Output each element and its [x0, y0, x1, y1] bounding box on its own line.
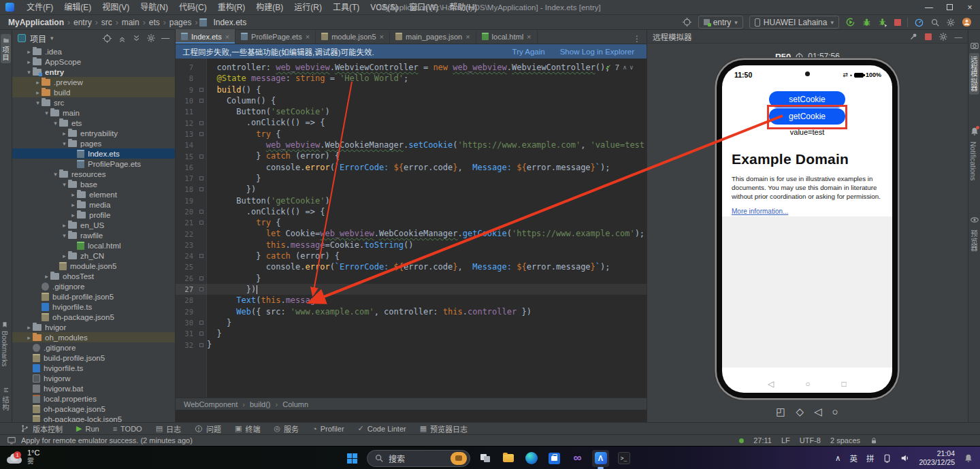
tree-item[interactable]: build-profile.json5 [12, 353, 175, 363]
toolwindow-terminal[interactable]: ▣终端 [235, 423, 260, 434]
toolwindow-lint[interactable]: ✓Code Linter [358, 424, 406, 433]
project-panel-title[interactable]: 项目 [30, 33, 46, 44]
breadcrumb-file[interactable]: Index.ets [199, 18, 246, 27]
notification-center-icon[interactable] [964, 453, 973, 463]
fold-marker-icon[interactable] [199, 331, 203, 336]
toolwindow-log[interactable]: ▤日志 [156, 423, 181, 434]
t-arrow-icon[interactable]: ▸ [69, 201, 77, 208]
tree-item[interactable]: local.properties [12, 393, 175, 404]
tree-item[interactable]: ▸element [12, 189, 175, 199]
fold-marker-icon[interactable] [199, 210, 203, 214]
breadcrumb-item[interactable]: MyApplication [7, 18, 65, 27]
event-log-icon[interactable] [7, 436, 16, 445]
t-arrow-icon[interactable]: ▸ [25, 334, 33, 341]
tree-item[interactable]: oh-package-lock.json5 [12, 414, 175, 422]
t-arrow-icon[interactable]: ▸ [69, 212, 77, 219]
ime-language[interactable]: 英 [849, 453, 858, 464]
tree-item[interactable]: ▸entryability [12, 128, 175, 138]
edge-button[interactable] [523, 450, 540, 467]
t-arrow-icon[interactable]: ▾ [43, 110, 50, 116]
code-line[interactable]: 8 @State message: string = 'Hello World'… [176, 73, 647, 84]
tree-item[interactable]: ▸en_US [12, 220, 175, 230]
tree-item[interactable]: hvigorw.bat [12, 383, 175, 393]
sidebar-tab-structure[interactable]: 结构 [1, 384, 11, 413]
tab-close-icon[interactable]: × [380, 33, 384, 41]
code-line[interactable]: 30 } [176, 317, 647, 328]
fold-marker-icon[interactable] [199, 99, 203, 103]
menu-item[interactable]: 文件(F) [21, 0, 59, 15]
deveco-studio-button[interactable]: Λ [592, 450, 609, 467]
toolwindow-problem[interactable]: 问题 [195, 423, 221, 434]
tree-item[interactable]: ▸hvigor [12, 322, 175, 332]
sidebar-tab-remote-emulator[interactable]: 远程模拟器 [969, 53, 979, 95]
t-arrow-icon[interactable]: ▾ [61, 232, 68, 239]
menu-item[interactable]: 编辑(E) [59, 0, 97, 15]
code-line[interactable]: 24 } catch (error) { [176, 250, 647, 261]
toolwindow-profiler[interactable]: ◔Profiler [312, 425, 344, 433]
t-arrow-icon[interactable]: ▸ [34, 89, 42, 96]
tree-item[interactable]: .gitignore [12, 342, 175, 353]
toolwindow-branch[interactable]: 版本控制 [20, 423, 63, 434]
code-line[interactable]: 25 console.error(`ErrorCode: ${error.cod… [176, 261, 647, 272]
caret-position[interactable]: 27:11 [753, 436, 772, 444]
device-selector[interactable]: HUAWEI Lahaina▾ [749, 16, 839, 29]
tray-expand-chevron[interactable]: ∧ [835, 453, 840, 463]
tree-item[interactable]: ▾base [12, 179, 175, 189]
code-line[interactable]: 10 Column() { [176, 95, 647, 106]
menu-item[interactable]: 视图(V) [97, 0, 135, 15]
minimize-button[interactable]: — [919, 0, 939, 14]
web-page-link[interactable]: More information... [732, 208, 883, 215]
debug-button[interactable] [862, 17, 872, 27]
stop-button[interactable] [894, 19, 901, 26]
menu-item[interactable]: 导航(N) [135, 0, 174, 15]
breadcrumb-item[interactable]: ets [148, 18, 161, 27]
toolwindow-prevlog[interactable]: ▦预览器日志 [420, 423, 468, 434]
tray-clock[interactable]: 21:04 2023/12/25 [919, 449, 955, 467]
select-opened-file-icon[interactable] [102, 33, 112, 44]
speaker-icon[interactable] [900, 453, 910, 463]
code-editor[interactable]: 7 controller: web_webview.WebviewControl… [176, 59, 647, 410]
tree-item[interactable]: ▾entry [12, 67, 175, 77]
toolwindow-services[interactable]: ◎服务 [274, 423, 299, 434]
code-line[interactable]: 28 Text(this.message) [176, 295, 647, 306]
menu-item[interactable]: 构建(B) [250, 0, 289, 15]
tree-item[interactable]: ▾main [12, 108, 175, 118]
toolwindow-todo[interactable]: ≡TODO [113, 425, 142, 433]
file-encoding[interactable]: UTF-8 [800, 436, 821, 444]
menu-item[interactable]: 代码(C) [174, 0, 212, 15]
tree-item[interactable]: ▸.preview [12, 77, 175, 87]
menu-item[interactable]: 帮助(H) [444, 0, 483, 15]
settings-icon[interactable] [946, 18, 956, 27]
banner-action-link[interactable]: Try Again [512, 48, 545, 56]
tree-item[interactable]: ▸media [12, 199, 175, 210]
tree-item[interactable]: .gitignore [12, 281, 175, 291]
sidebar-tab-project[interactable]: 项目 [1, 34, 11, 63]
tree-item[interactable]: ▾rawfile [12, 230, 175, 240]
inspections-widget[interactable]: ✓ 7 ∧∨ [605, 63, 636, 72]
tree-item[interactable]: ▸AppScope [12, 56, 175, 67]
breadcrumb-item[interactable]: main [120, 18, 141, 27]
tree-item[interactable]: ▸ohosTest [12, 271, 175, 281]
t-arrow-icon[interactable]: ▾ [25, 69, 33, 76]
profiler-icon[interactable] [914, 17, 924, 27]
file-explorer-button[interactable] [500, 450, 517, 467]
fold-marker-icon[interactable] [199, 221, 203, 225]
editor-tab-profilepage-ets[interactable]: ProfilePage.ets× [235, 29, 316, 44]
tree-item[interactable]: ▾resources [12, 169, 175, 179]
screenshot-icon[interactable]: ◰ [776, 406, 785, 418]
tab-close-icon[interactable]: × [527, 33, 531, 41]
tab-close-icon[interactable]: × [466, 33, 470, 41]
menu-item[interactable]: 工具(T) [327, 0, 365, 15]
fold-marker-icon[interactable] [199, 276, 203, 280]
t-arrow-icon[interactable]: ▸ [69, 191, 77, 198]
t-arrow-icon[interactable]: ▸ [25, 324, 33, 331]
t-arrow-icon[interactable]: ▸ [61, 130, 68, 137]
fold-marker-icon[interactable] [199, 254, 203, 258]
task-view-button[interactable] [476, 450, 493, 467]
visual-studio-button[interactable]: ∞ [569, 450, 586, 467]
tree-item[interactable]: hvigorw [12, 373, 175, 383]
sidebar-tab-notifications[interactable]: Notifications [969, 139, 977, 183]
t-arrow-icon[interactable]: ▸ [61, 222, 68, 229]
maximize-button[interactable] [939, 0, 960, 14]
emulator-hide-icon[interactable]: — [955, 33, 963, 41]
